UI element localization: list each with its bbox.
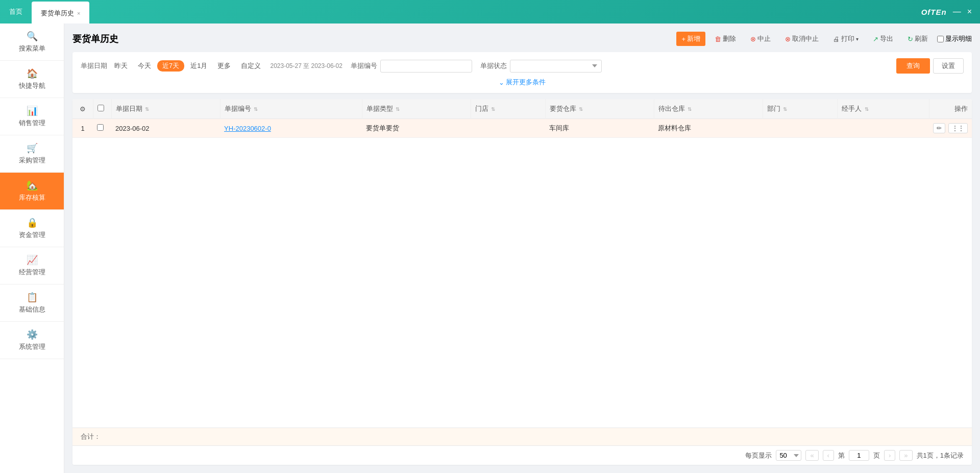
row-more-button[interactable]: ⋮⋮ xyxy=(948,123,968,133)
sidebar-item-system-mgmt-label: 系统管理 xyxy=(19,342,45,351)
purchase-mgmt-icon: 🛒 xyxy=(27,143,38,154)
date-btn-last-month[interactable]: 近1月 xyxy=(186,60,211,72)
refresh-icon: ↻ xyxy=(908,35,913,43)
date-btn-more[interactable]: 更多 xyxy=(213,60,235,72)
td-doc-type: 要货单要货 xyxy=(362,119,471,138)
sidebar-item-search-menu[interactable]: 🔍 搜索菜单 xyxy=(0,23,64,61)
th-doc-no[interactable]: 单据编号 ⇅ xyxy=(220,99,362,119)
th-pending-warehouse[interactable]: 待出仓库 ⇅ xyxy=(654,99,763,119)
th-handler[interactable]: 经手人 ⇅ xyxy=(837,99,929,119)
export-label: 导出 xyxy=(880,34,893,43)
select-all-checkbox[interactable] xyxy=(97,105,104,111)
sort-icon-req-warehouse: ⇅ xyxy=(579,106,583,112)
th-doc-type-label: 单据类型 xyxy=(366,105,393,112)
window-minimize-btn[interactable]: — xyxy=(953,7,961,16)
th-store-label: 门店 xyxy=(475,105,488,112)
display-detail-checkbox[interactable] xyxy=(937,36,944,42)
export-button[interactable]: ↗ 导出 xyxy=(868,32,898,46)
sort-icon-handler: ⇅ xyxy=(865,106,869,112)
new-icon: + xyxy=(681,35,685,43)
next-page-button[interactable]: › xyxy=(884,450,895,461)
th-doc-date-label: 单据日期 xyxy=(116,105,142,112)
tab-home[interactable]: 首页 xyxy=(0,0,32,23)
page-input[interactable] xyxy=(849,450,869,461)
refresh-button[interactable]: ↻ 刷新 xyxy=(902,32,933,46)
td-doc-date: 2023-06-02 xyxy=(111,119,220,138)
doc-no-link[interactable]: YH-20230602-0 xyxy=(224,125,271,132)
sidebar-item-purchase-mgmt[interactable]: 🛒 采购管理 xyxy=(0,135,64,173)
window-close-btn[interactable]: × xyxy=(967,7,972,16)
tab-home-label: 首页 xyxy=(9,7,22,16)
tab-requisition-history[interactable]: 要货单历史 × xyxy=(32,2,89,25)
date-btn-last7days[interactable]: 近7天 xyxy=(157,60,184,72)
td-actions: ✏ ⋮⋮ xyxy=(929,119,972,138)
data-table: ⚙ 单据日期 ⇅ 单据编号 ⇅ xyxy=(72,99,972,138)
new-button[interactable]: + 新增 xyxy=(676,32,705,46)
filter-docno-label: 单据编号 xyxy=(351,61,377,70)
filter-date-item: 单据日期 昨天 今天 近7天 近1月 更多 自定义 2023-05-27 至 2… xyxy=(81,60,342,72)
expand-more-button[interactable]: ⌄ 展开更多条件 xyxy=(81,78,964,87)
sidebar-item-operation-mgmt[interactable]: 📈 经营管理 xyxy=(0,247,64,285)
date-btn-yesterday[interactable]: 昨天 xyxy=(110,60,132,72)
sidebar-item-purchase-mgmt-label: 采购管理 xyxy=(19,156,45,165)
tab-close-icon[interactable]: × xyxy=(77,10,80,16)
filter-status-select[interactable] xyxy=(510,60,602,73)
cancel-stop-button[interactable]: ⊗ 取消中止 xyxy=(780,32,824,46)
tab-requisition-history-label: 要货单历史 xyxy=(41,9,74,18)
filter-docno-item: 单据编号 xyxy=(351,60,472,73)
sidebar-item-finance-mgmt[interactable]: 🔒 资金管理 xyxy=(0,210,64,247)
filter-settings-button[interactable]: 设置 xyxy=(933,58,964,74)
date-btn-today[interactable]: 今天 xyxy=(134,60,155,72)
table-summary-footer: 合计： xyxy=(72,428,972,445)
sort-icon-store: ⇅ xyxy=(491,106,495,112)
first-page-button[interactable]: « xyxy=(805,450,818,461)
stop-button[interactable]: ⊗ 中止 xyxy=(745,32,776,46)
th-pending-warehouse-label: 待出仓库 xyxy=(658,105,685,112)
stop-icon: ⊗ xyxy=(750,35,756,43)
print-icon: 🖨 xyxy=(833,35,840,43)
th-department-label: 部门 xyxy=(767,105,780,112)
table-body: 1 2023-06-02 YH-20230602-0 要货单要货 xyxy=(72,119,972,138)
th-doc-no-label: 单据编号 xyxy=(225,105,251,112)
sidebar-item-system-mgmt[interactable]: ⚙️ 系统管理 xyxy=(0,322,64,359)
stop-label: 中止 xyxy=(757,34,771,43)
filter-status-item: 单据状态 xyxy=(480,60,602,73)
filter-docno-input[interactable] xyxy=(380,60,472,73)
sidebar-item-sales-mgmt[interactable]: 📊 销售管理 xyxy=(0,98,64,135)
main-layout: 🔍 搜索菜单 🏠 快捷导航 📊 销售管理 🛒 采购管理 🏡 库存核算 🔒 资金管… xyxy=(0,23,980,473)
print-button[interactable]: 🖨 打印 ▾ xyxy=(828,32,864,46)
search-menu-icon: 🔍 xyxy=(27,31,38,42)
th-actions: 操作 xyxy=(929,99,972,119)
cancel-stop-label: 取消中止 xyxy=(792,34,819,43)
th-settings[interactable]: ⚙ xyxy=(72,99,93,119)
row-edit-button[interactable]: ✏ xyxy=(933,123,945,133)
date-btn-custom[interactable]: 自定义 xyxy=(237,60,265,72)
sidebar-item-sales-mgmt-label: 销售管理 xyxy=(19,119,45,128)
sort-icon-doc-no: ⇅ xyxy=(254,106,258,112)
query-button[interactable]: 查询 xyxy=(896,58,930,74)
row-checkbox[interactable] xyxy=(97,124,104,131)
th-handler-label: 经手人 xyxy=(842,105,862,112)
title-toolbar-row: 要货单历史 + 新增 🗑 删除 ⊗ 中止 ⊗ xyxy=(72,32,972,46)
sidebar-item-inventory-calc[interactable]: 🏡 库存核算 xyxy=(0,173,64,210)
table-row: 1 2023-06-02 YH-20230602-0 要货单要货 xyxy=(72,119,972,138)
system-mgmt-icon: ⚙️ xyxy=(27,329,38,340)
th-department[interactable]: 部门 ⇅ xyxy=(763,99,837,119)
td-pending-warehouse: 原材料仓库 xyxy=(654,119,763,138)
th-req-warehouse[interactable]: 要货仓库 ⇅ xyxy=(545,99,654,119)
th-doc-type[interactable]: 单据类型 ⇅ xyxy=(362,99,471,119)
filter-actions: 查询 设置 xyxy=(896,58,964,74)
sidebar-item-basic-info[interactable]: 📋 基础信息 xyxy=(0,285,64,322)
th-doc-date[interactable]: 单据日期 ⇅ xyxy=(111,99,220,119)
page-title: 要货单历史 xyxy=(72,33,118,45)
th-store[interactable]: 门店 ⇅ xyxy=(471,99,545,119)
delete-button[interactable]: 🗑 删除 xyxy=(709,32,741,46)
display-detail-toggle[interactable]: 显示明细 xyxy=(937,34,972,43)
filter-panel: 单据日期 昨天 今天 近7天 近1月 更多 自定义 2023-05-27 至 2… xyxy=(72,52,972,93)
td-checkbox xyxy=(93,119,111,138)
prev-page-button[interactable]: ‹ xyxy=(823,450,834,461)
sidebar-item-quick-nav[interactable]: 🏠 快捷导航 xyxy=(0,61,64,98)
new-label: 新增 xyxy=(687,34,700,43)
last-page-button[interactable]: » xyxy=(899,450,912,461)
per-page-select[interactable]: 50 20 100 200 xyxy=(776,450,801,461)
